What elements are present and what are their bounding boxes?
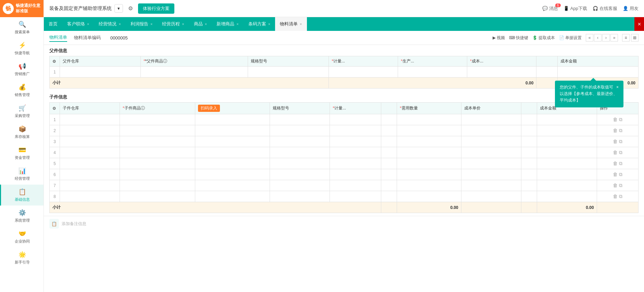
child-unit-cost-2[interactable] bbox=[461, 125, 521, 136]
tab-new-product[interactable]: 新增商品 × bbox=[212, 17, 243, 31]
topbar-settings-icon[interactable]: ⚙ bbox=[126, 4, 135, 13]
copy-icon-7[interactable]: ⧉ bbox=[619, 183, 622, 188]
sidebar-item-marketing[interactable]: 📢 营销推广 bbox=[0, 59, 44, 80]
copy-icon-8[interactable]: ⧉ bbox=[619, 194, 622, 199]
child-unit-cost-7[interactable] bbox=[461, 180, 521, 191]
child-warehouse-2[interactable] bbox=[60, 125, 120, 136]
copy-icon-6[interactable]: ⧉ bbox=[619, 172, 622, 177]
sidebar-item-quick-nav[interactable]: ⚡ 快捷导航 bbox=[0, 38, 44, 59]
prev-prev-button[interactable]: « bbox=[586, 34, 593, 42]
child-product-1[interactable] bbox=[120, 114, 195, 125]
child-spec-8[interactable] bbox=[270, 191, 330, 202]
child-qty-unit-7[interactable] bbox=[330, 180, 381, 191]
online-service-button[interactable]: 🎧 在线客服 bbox=[593, 5, 617, 12]
child-needed-qty-5[interactable] bbox=[397, 158, 461, 169]
child-product-2[interactable] bbox=[120, 125, 195, 136]
child-warehouse-7[interactable] bbox=[60, 180, 120, 191]
tab-barcode[interactable]: 条码方案 × bbox=[244, 17, 275, 31]
child-warehouse-1[interactable] bbox=[60, 114, 120, 125]
delete-icon-4[interactable]: 🗑 bbox=[613, 150, 618, 155]
child-qty-unit-4[interactable] bbox=[330, 147, 381, 158]
topbar-system-select[interactable]: ▾ bbox=[114, 4, 123, 13]
tab-products-close[interactable]: × bbox=[205, 22, 207, 26]
tab-profit[interactable]: 利润报告 × bbox=[126, 17, 157, 31]
child-needed-qty-1[interactable] bbox=[397, 114, 461, 125]
child-unit-cost-1[interactable] bbox=[461, 114, 521, 125]
tab-operations[interactable]: 经营情况 × bbox=[94, 17, 125, 31]
sidebar-item-search[interactable]: 🔍 搜索菜单 bbox=[0, 17, 44, 38]
delete-icon-5[interactable]: 🗑 bbox=[613, 161, 618, 166]
tab-close-all[interactable]: ✕ bbox=[634, 17, 644, 31]
child-product-5[interactable] bbox=[120, 158, 195, 169]
sidebar-item-basic-info[interactable]: 📋 基础信息 bbox=[0, 185, 44, 206]
sidebar-item-purchase[interactable]: 🛒 采购管理 bbox=[0, 101, 44, 122]
child-needed-qty-6[interactable] bbox=[397, 169, 461, 180]
child-qty-unit-5[interactable] bbox=[330, 158, 381, 169]
copy-icon-2[interactable]: ⧉ bbox=[619, 128, 622, 133]
sidebar-item-enterprise[interactable]: 🤝 企业协同 bbox=[0, 226, 44, 247]
tab-bom[interactable]: 物料清单 × bbox=[275, 17, 307, 31]
sidebar-item-guide[interactable]: 🌟 新手引导 bbox=[0, 247, 44, 268]
child-product-6[interactable] bbox=[120, 169, 195, 180]
copy-icon-4[interactable]: ⧉ bbox=[619, 150, 622, 155]
child-spec-2[interactable] bbox=[270, 125, 330, 136]
child-needed-qty-2[interactable] bbox=[397, 125, 461, 136]
grid-view-button[interactable]: ⊞ bbox=[631, 34, 639, 42]
child-needed-qty-8[interactable] bbox=[397, 191, 461, 202]
tab-profit-close[interactable]: × bbox=[150, 22, 152, 26]
child-unit-cost-3[interactable] bbox=[461, 136, 521, 147]
tab-history[interactable]: 经营历程 × bbox=[157, 17, 189, 31]
child-warehouse-3[interactable] bbox=[60, 136, 120, 147]
child-product-4[interactable] bbox=[120, 147, 195, 158]
next-button[interactable]: › bbox=[602, 34, 610, 42]
child-needed-qty-3[interactable] bbox=[397, 136, 461, 147]
child-qty-unit-8[interactable] bbox=[330, 191, 381, 202]
doc-settings-button[interactable]: 📄 单据设置 bbox=[559, 35, 582, 41]
child-unit-cost-4[interactable] bbox=[461, 147, 521, 158]
tab-customer[interactable]: 客户联络 × bbox=[62, 17, 94, 31]
child-qty-unit-6[interactable] bbox=[330, 169, 381, 180]
tab-customer-close[interactable]: × bbox=[87, 22, 89, 26]
delete-icon-1[interactable]: 🗑 bbox=[613, 117, 618, 122]
parent-col-gear[interactable]: ⚙ bbox=[50, 56, 60, 67]
child-needed-qty-4[interactable] bbox=[397, 147, 461, 158]
next-next-button[interactable]: » bbox=[610, 34, 618, 42]
tooltip-close-icon[interactable]: × bbox=[616, 84, 619, 91]
delete-icon-6[interactable]: 🗑 bbox=[613, 172, 618, 177]
app-download-button[interactable]: 📱 App下载 bbox=[564, 5, 587, 12]
sidebar-item-system[interactable]: ⚙️ 系统管理 bbox=[0, 206, 44, 226]
message-button[interactable]: 💬 消息 6 bbox=[542, 5, 558, 12]
child-qty-unit-3[interactable] bbox=[330, 136, 381, 147]
sidebar-item-operations[interactable]: 📊 经营管理 bbox=[0, 164, 44, 185]
parent-cost-1[interactable] bbox=[467, 67, 536, 78]
copy-icon-3[interactable]: ⧉ bbox=[619, 139, 622, 144]
copy-icon-1[interactable]: ⧉ bbox=[619, 117, 622, 122]
user-button[interactable]: 👤 用友 bbox=[623, 5, 639, 12]
sub-tab-bom[interactable]: 物料清单 bbox=[49, 34, 67, 42]
video-button[interactable]: ▶ 视频 bbox=[493, 35, 505, 41]
child-warehouse-8[interactable] bbox=[60, 191, 120, 202]
child-spec-7[interactable] bbox=[270, 180, 330, 191]
bottom-icon-button[interactable]: 📋 bbox=[49, 219, 59, 229]
child-spec-1[interactable] bbox=[270, 114, 330, 125]
child-col-scan[interactable]: 扫码录入 bbox=[195, 103, 270, 114]
child-warehouse-4[interactable] bbox=[60, 147, 120, 158]
child-spec-3[interactable] bbox=[270, 136, 330, 147]
child-product-8[interactable] bbox=[120, 191, 195, 202]
child-warehouse-5[interactable] bbox=[60, 158, 120, 169]
child-spec-5[interactable] bbox=[270, 158, 330, 169]
child-warehouse-6[interactable] bbox=[60, 169, 120, 180]
child-unit-cost-6[interactable] bbox=[461, 169, 521, 180]
delete-icon-2[interactable]: 🗑 bbox=[613, 128, 618, 133]
child-col-gear[interactable]: ⚙ bbox=[50, 103, 60, 114]
child-spec-6[interactable] bbox=[270, 169, 330, 180]
copy-icon-5[interactable]: ⧉ bbox=[619, 161, 622, 166]
delete-icon-7[interactable]: 🗑 bbox=[613, 183, 618, 188]
tab-barcode-close[interactable]: × bbox=[268, 22, 270, 26]
tab-bom-close[interactable]: × bbox=[300, 22, 302, 26]
shortcut-button[interactable]: ⌨ 快捷键 bbox=[509, 35, 528, 41]
parent-prod-1[interactable] bbox=[398, 67, 467, 78]
child-qty-unit-1[interactable] bbox=[330, 114, 381, 125]
child-product-7[interactable] bbox=[120, 180, 195, 191]
child-unit-cost-5[interactable] bbox=[461, 158, 521, 169]
